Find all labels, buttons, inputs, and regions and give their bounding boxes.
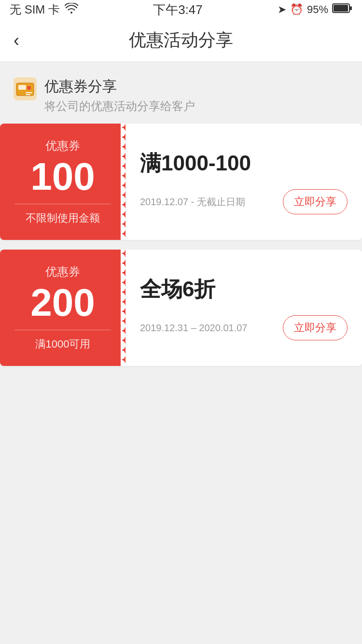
coupon-condition-2: 满1000可用 [35,337,91,351]
coupon-amount-1: 100 [30,157,95,196]
nav-title: 优惠活动分享 [129,28,233,52]
coupon-meta-2: 2019.12.31 – 2020.01.07 立即分享 [140,315,348,340]
coupon-share-icon [14,77,37,100]
coupon-amount-2: 200 [30,283,95,322]
coupon-divider-2 [14,330,111,330]
coupon-name-1: 满1000-100 [140,149,348,178]
coupon-date-2: 2019.12.31 – 2020.01.07 [140,322,275,334]
back-button[interactable]: ‹ [14,30,19,51]
status-right: ➤ ⏰ 95% [278,3,352,16]
section-header: 优惠券分享 将公司的优惠活动分享给客户 [0,62,362,124]
alarm-icon: ⏰ [290,3,303,16]
svg-point-6 [27,86,31,90]
status-time: 下午3:47 [153,1,203,18]
share-button-1[interactable]: 立即分享 [283,189,348,214]
share-button-2[interactable]: 立即分享 [283,315,348,340]
section-text: 优惠券分享 将公司的优惠活动分享给客户 [44,76,195,114]
section-title: 优惠券分享 [44,76,195,97]
section-subtitle: 将公司的优惠活动分享给客户 [44,98,195,114]
location-icon: ➤ [278,3,286,16]
coupon-card-2: 优惠券 200 满1000可用 全场6折 2019.12.31 – 2020.0… [0,250,362,366]
coupon-right-2: 全场6折 2019.12.31 – 2020.01.07 立即分享 [125,250,362,366]
coupon-meta-1: 2019.12.07 - 无截止日期 立即分享 [140,189,348,214]
carrier-text: 无 SIM 卡 [10,2,60,17]
coupon-label-2: 优惠券 [45,264,80,280]
coupon-name-2: 全场6折 [140,275,348,304]
coupon-right-1: 满1000-100 2019.12.07 - 无截止日期 立即分享 [125,124,362,240]
coupons-list: 优惠券 100 不限制使用金额 满1000-100 2019.12.07 - 无… [0,124,362,395]
svg-rect-1 [334,5,348,12]
coupon-card-1: 优惠券 100 不限制使用金额 满1000-100 2019.12.07 - 无… [0,124,362,240]
coupon-date-1: 2019.12.07 - 无截止日期 [140,196,275,209]
wifi-icon [65,3,78,16]
coupon-left-1: 优惠券 100 不限制使用金额 [0,124,125,240]
coupon-condition-1: 不限制使用金额 [26,211,100,225]
coupon-left-2: 优惠券 200 满1000可用 [0,250,125,366]
battery-text: 95% [307,3,328,16]
empty-area [0,395,362,636]
status-bar: 无 SIM 卡 下午3:47 ➤ ⏰ 95% [0,0,362,19]
status-left: 无 SIM 卡 [10,2,78,17]
nav-bar: ‹ 优惠活动分享 [0,19,362,62]
coupon-divider-1 [14,204,111,204]
svg-rect-5 [18,85,26,90]
coupon-label-1: 优惠券 [45,138,80,154]
svg-rect-2 [350,6,352,10]
battery-icon [332,3,352,16]
